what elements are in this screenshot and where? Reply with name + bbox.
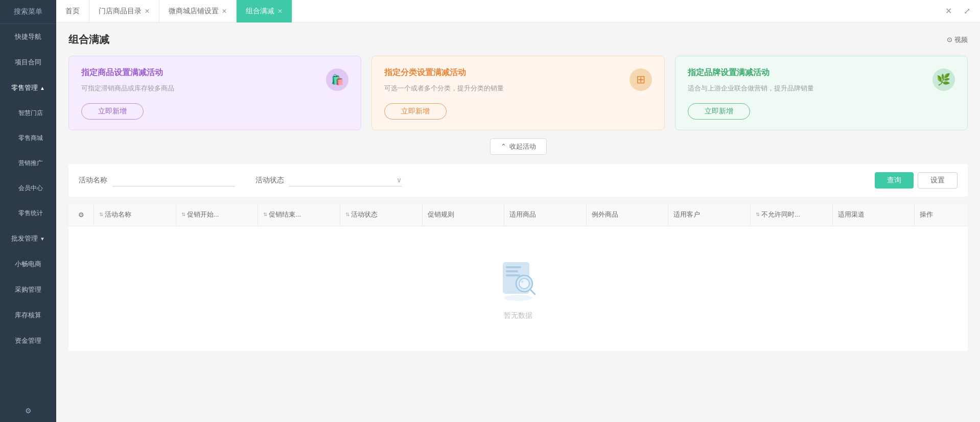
sidebar-item-label: 会员中心 [18,184,43,193]
th-sort-icon[interactable]: ⇅ [263,212,267,217]
card-product-icon: 🛍️ [326,68,348,91]
activity-status-field: 活动状态 ∨ [255,174,402,186]
sidebar-item-label: 批发管理 [11,234,38,243]
activity-name-label: 活动名称 [79,176,107,185]
sidebar-search-label: 搜索菜单 [14,7,42,15]
chevron-down-icon: ∨ [396,176,402,184]
svg-rect-4 [506,274,520,276]
page-content: 组合满减 ⊙ 视频 🛍️ 指定商品设置满减活动 可指定滞销商品或库存较多商品 立… [56,22,980,422]
chevron-up-icon: ⌃ [501,143,506,150]
sidebar-item-smart-store[interactable]: 智慧门店 [0,101,56,126]
sidebar-item-label: 小畅电商 [15,260,41,269]
category-icon: ⊞ [636,73,645,86]
activity-card-product: 🛍️ 指定商品设置满减活动 可指定滞销商品或库存较多商品 立即新增 [68,56,361,130]
empty-icon [493,257,544,303]
sidebar-item-inventory-check[interactable]: 库存核算 [0,302,56,328]
card-category-desc: 可选一个或者多个分类，提升分类的销量 [384,83,571,94]
card-brand-add-button[interactable]: 立即新增 [688,103,750,120]
query-button[interactable]: 查询 [875,172,914,189]
table-container: ⚙ ⇅ 活动名称 ⇅ 促销开始... ⇅ 促销结束... ⇅ 活动状态 [68,204,968,351]
card-product-desc: 可指定滞销商品或库存较多商品 [81,83,268,94]
sidebar-item-label: 智慧门店 [18,109,43,118]
tab-home[interactable]: 首页 [56,0,89,22]
setting-button[interactable]: 设置 [918,172,958,189]
play-icon: ⊙ [947,36,952,43]
th-activity-name: ⇅ 活动名称 [94,204,176,225]
svg-rect-3 [506,270,518,272]
th-operation: 操作 [915,204,968,225]
empty-state: 暂无数据 [68,226,968,351]
th-promo-start: ⇅ 促销开始... [176,204,259,225]
tab-home-label: 首页 [65,7,80,16]
window-close-button[interactable]: ✕ [941,4,955,18]
sidebar-item-label: 库存核算 [15,311,41,320]
activity-name-input[interactable] [112,174,235,186]
sidebar-item-fund-mgmt[interactable]: 资金管理 [0,328,56,354]
sidebar-item-label: 采购管理 [15,285,41,294]
search-bar: 活动名称 活动状态 ∨ 查询 设置 [68,164,968,197]
svg-line-7 [530,290,535,294]
close-icon[interactable]: ✕ [145,8,150,15]
shopping-bag-icon: 🛍️ [331,74,344,86]
card-brand-desc: 适合与上游企业联合做营销，提升品牌销量 [688,83,875,94]
video-button[interactable]: ⊙ 视频 [947,35,968,44]
activity-card-category: ⊞ 指定分类设置满减活动 可选一个或者多个分类，提升分类的销量 立即新增 [371,56,664,130]
th-activity-name-label: 活动名称 [105,210,131,219]
tab-combo-discount[interactable]: 组合满减 ✕ [237,0,292,22]
th-sort-icon[interactable]: ⇅ [99,212,103,217]
th-sort-icon[interactable]: ⇅ [756,212,760,217]
th-promo-start-label: 促销开始... [187,210,219,219]
page-header: 组合满减 ⊙ 视频 [68,33,968,46]
sidebar-item-wholesale-mgmt[interactable]: 批发管理 ▼ [0,226,56,251]
page-title: 组合满减 [68,33,109,46]
chevron-up-icon: ▲ [40,85,45,91]
sidebar-settings-icon[interactable]: ⚙ [0,400,56,422]
sidebar-item-retail-stats[interactable]: 零售统计 [0,201,56,226]
th-not-allow-same-time-label: 不允许同时... [761,210,800,219]
th-promo-end: ⇅ 促销结束... [258,204,340,225]
th-exception-goods-label: 例外商品 [592,210,618,219]
tab-store-catalog[interactable]: 门店商品目录 ✕ [89,0,159,22]
close-icon[interactable]: ✕ [222,8,227,15]
th-promo-end-label: 促销结束... [269,210,301,219]
th-sort-icon[interactable]: ⇅ [345,212,349,217]
tab-mini-store-settings[interactable]: 微商城店铺设置 ✕ [159,0,237,22]
svg-point-8 [521,280,524,283]
collapse-activity-button[interactable]: ⌃ 收起活动 [490,138,547,155]
card-category-add-button[interactable]: 立即新增 [384,103,447,120]
sidebar-item-member-center[interactable]: 会员中心 [0,176,56,201]
sidebar-item-retail-management[interactable]: 零售管理 ▲ [0,75,56,101]
sidebar-item-quick-nav[interactable]: 快捷导航 [0,24,56,50]
activity-status-select[interactable]: ∨ [289,174,402,186]
activity-card-brand: 🌿 指定品牌设置满减活动 适合与上游企业联合做营销，提升品牌销量 立即新增 [675,56,968,130]
th-sort-icon[interactable]: ⇅ [181,212,185,217]
card-product-title: 指定商品设置满减活动 [81,67,348,78]
sidebar-search[interactable]: 搜索菜单 [0,0,56,24]
svg-point-6 [519,278,529,289]
svg-rect-2 [506,266,521,268]
table-header: ⚙ ⇅ 活动名称 ⇅ 促销开始... ⇅ 促销结束... ⇅ 活动状态 [68,204,968,226]
activity-cards: 🛍️ 指定商品设置满减活动 可指定滞销商品或库存较多商品 立即新增 ⊞ 指定分类… [68,56,968,130]
sidebar-item-label: 营销推广 [18,159,43,168]
th-gear[interactable]: ⚙ [68,205,94,225]
sidebar-item-label: 零售商城 [18,134,43,143]
sidebar-item-label: 零售统计 [18,209,43,218]
card-category-title: 指定分类设置满减活动 [384,67,651,78]
th-applicable-channel: 适用渠道 [833,204,915,225]
sidebar-item-label: 资金管理 [15,336,41,345]
sidebar-item-purchase-mgmt[interactable]: 采购管理 [0,277,56,302]
sidebar-item-project-contract[interactable]: 项目合同 [0,50,56,75]
card-brand-title: 指定品牌设置满减活动 [688,67,955,78]
svg-point-0 [504,295,532,301]
tab-store-catalog-label: 门店商品目录 [99,7,142,16]
window-maximize-button[interactable]: ⤢ [960,4,974,18]
th-operation-label: 操作 [920,210,933,219]
sidebar-item-marketing[interactable]: 营销推广 [0,151,56,176]
close-icon[interactable]: ✕ [277,8,283,15]
card-product-add-button[interactable]: 立即新增 [81,103,144,120]
sidebar-item-xiaochang-ec[interactable]: 小畅电商 [0,251,56,277]
sidebar-item-retail-mall[interactable]: 零售商城 [0,126,56,151]
th-applicable-customer: 适用客户 [668,204,751,225]
main-area: 首页 门店商品目录 ✕ 微商城店铺设置 ✕ 组合满减 ✕ ✕ ⤢ 组合满减 ⊙ … [56,0,980,422]
sidebar-item-label: 快捷导航 [15,32,41,41]
